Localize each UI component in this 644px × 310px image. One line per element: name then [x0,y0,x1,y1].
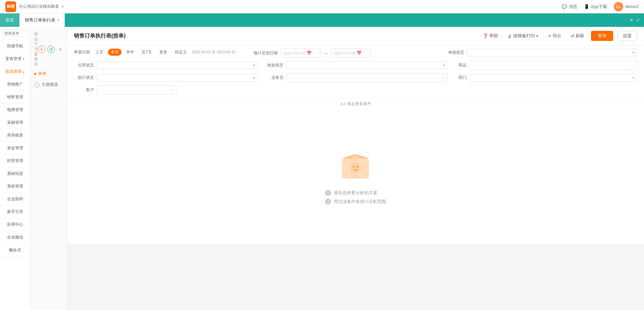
product-group: 商品 ··· [453,61,637,70]
expected-date-from[interactable]: yyyy-mm-dd 📅 [280,49,321,57]
sidebar-item-enterprise[interactable]: 企业协同 [0,193,30,206]
search-input[interactable] [2,30,28,37]
out-status-label: 出库状态 [74,62,94,68]
collapse-icon: « [59,46,62,52]
window-close-icon[interactable]: × [630,17,633,24]
sidebar-item-purchase[interactable]: 采购管理 [0,116,30,129]
tab-sales-exec[interactable]: 销售订单执行表 × [19,13,65,27]
sidebar-item-search[interactable] [0,27,30,40]
collapse-label: 收起更多条件 [347,101,371,107]
tab-spacer [65,13,626,27]
empty-state-container: 1 请先选择要分析的方案 2 用过滤条件来缩小分析范围 [67,109,644,244]
status-select[interactable]: ▾ [467,49,637,56]
help-label: 帮助 [489,33,498,39]
message-btn[interactable]: 💬 消息 [562,4,577,10]
print-icon: 🖨 [507,34,512,39]
sidebar-item-marketing[interactable]: 营销推广 [0,78,30,91]
print-btn[interactable]: 🖨 按模板打印 ▾ [505,32,541,40]
empty-tip-2: 2 用过滤条件来缩小分析范围 [325,199,386,205]
product-input[interactable]: ··· [469,61,637,70]
filter-row3: 执行状态 ▾ 业务员 ··· 部门 [67,73,644,86]
sidebar-item-finance[interactable]: 资金管理 [0,142,30,155]
refresh-scheme-btn[interactable]: ↺ [47,46,55,53]
sidebar-item-system[interactable]: 系统管理 [0,180,30,193]
date-from-placeholder: yyyy-mm-dd [283,51,305,55]
tip-1-text: 请先选择要分析的方案 [334,190,377,196]
sidebar-label-retail: 零售管理 [5,56,21,62]
main-layout: 快捷导航 零售管理 ▾ 批发管理 ▴ 营销推广 销售管理 电商管理 采购管理 库… [0,27,644,310]
settings-btn[interactable]: 设置 [617,31,637,41]
help-btn[interactable]: ❓ 帮助 [480,32,501,40]
tab-close-icon[interactable]: × [57,18,59,22]
refresh-btn[interactable]: ↺ 刷新 [568,32,587,40]
sidebar-item-wholesale[interactable]: 批发管理 ▴ [0,65,30,78]
topbar-right: 💬 消息 📱 App下载 Ea demo2 [562,2,639,11]
scheme-actions: + ↺ « [38,46,64,53]
scheme-label: 按以下方案查询 [34,32,38,67]
add-scheme-btn[interactable]: + [38,46,45,53]
exec-status-arrow: ▾ [253,76,255,80]
filter-section: 单据日期 上月 本月 本年 近7天 更多 自定义 2023-03-01 至 20… [67,45,644,109]
sidebar-item-quicknav[interactable]: 快捷导航 [0,40,30,53]
collapse-sidebar-btn[interactable]: « [57,46,64,53]
sidebar-label-marketing: 营销推广 [7,82,23,87]
tab-home[interactable]: 首页 [0,13,19,27]
svg-point-5 [357,166,358,167]
sidebar-item-wechat[interactable]: 企业微信 [0,231,30,244]
export-btn[interactable]: ↗ 导出 [545,32,564,40]
print-dropdown-icon: ▾ [536,34,538,38]
date-more[interactable]: 更多 [157,49,170,56]
subtitle-dropdown-icon[interactable]: ▾ [62,4,64,9]
topbar: 标橙 办公用品行业模拟账套 ▾ 💬 消息 📱 App下载 Ea demo2 [0,0,644,13]
sidebar-item-guide[interactable]: 新手引导 [0,206,30,218]
sidebar-item-inventory[interactable]: 库存核算 [0,129,30,142]
empty-illustration [335,148,376,182]
expected-date-group: 预计交货日期 yyyy-mm-dd 📅 — yyyy-mm-dd 📅 [254,49,443,57]
page-title: 销售订单执行表(按单) [74,33,126,40]
exec-status-select[interactable]: ▾ [97,74,258,82]
sidebar-label-finance: 资金管理 [7,146,23,150]
sidebar-item-member[interactable]: 畅会员 [0,244,30,257]
sidebar-item-retail[interactable]: 零售管理 ▾ [0,53,30,65]
dept-select[interactable]: ▾ [469,74,637,82]
payment-status-select[interactable]: ▾ [286,61,447,69]
sidebar-label-basic: 基础信息 [7,171,23,176]
empty-box-svg [335,148,376,182]
sidebar: 快捷导航 零售管理 ▾ 批发管理 ▴ 营销推广 销售管理 电商管理 采购管理 库… [0,27,30,310]
app-download-btn[interactable]: 📱 App下载 [584,4,607,10]
sidebar-item-ecommerce[interactable]: 电商管理 [0,104,30,116]
sub-item-debt-label: 欠货情况 [42,82,58,88]
date-label: 单据日期 [74,49,90,55]
sidebar-item-sales[interactable]: 销售管理 [0,91,30,104]
date-this-year[interactable]: 本年 [123,49,137,56]
scheme-header: 按以下方案查询 + ↺ « [30,30,67,68]
window-expand-icon[interactable]: ⤢ [636,17,640,23]
sidebar-item-operations[interactable]: 经营管理 [0,155,30,167]
sidebar-label-guide: 新手引导 [7,209,23,214]
expected-date-to[interactable]: yyyy-mm-dd 📅 [330,49,371,57]
product-label: 商品 [453,62,467,68]
sub-sidebar: 按以下方案查询 + ↺ « 按单 ○ [30,27,67,310]
avatar: Ea [614,2,623,11]
tip-num-2: 2 [325,199,331,205]
out-status-select[interactable]: ▾ [97,61,258,69]
salesperson-input[interactable]: ··· [286,73,447,82]
customer-input[interactable]: ··· [97,86,177,95]
date-this-month[interactable]: 本月 [108,49,121,56]
tip-num-1: 1 [325,190,331,196]
date-filter-group: 单据日期 上月 本月 本年 近7天 更多 自定义 2023-03-01 至 20… [74,49,248,56]
sub-sidebar-item-order[interactable]: 按单 [30,68,67,79]
collapse-up-icon: ∧∧ [340,102,346,106]
search-btn[interactable]: 查询 [591,31,613,41]
empty-state: 1 请先选择要分析的方案 2 用过滤条件来缩小分析范围 [325,121,386,231]
customer-group: 客户 ··· [74,86,177,95]
date-custom[interactable]: 自定义 [172,49,190,56]
sidebar-item-apps[interactable]: 应用中心 [0,218,30,231]
date-last7[interactable]: 近7天 [139,49,155,56]
collapse-btn[interactable]: ∧∧ 收起更多条件 [340,101,371,107]
user-menu[interactable]: Ea demo2 [614,2,639,11]
app-subtitle: 办公用品行业模拟账套 [19,4,59,9]
date-last-month[interactable]: 上月 [93,49,106,56]
sub-sidebar-item-debt[interactable]: ○ 欠货情况 [30,79,67,90]
sidebar-item-basic[interactable]: 基础信息 [0,167,30,180]
